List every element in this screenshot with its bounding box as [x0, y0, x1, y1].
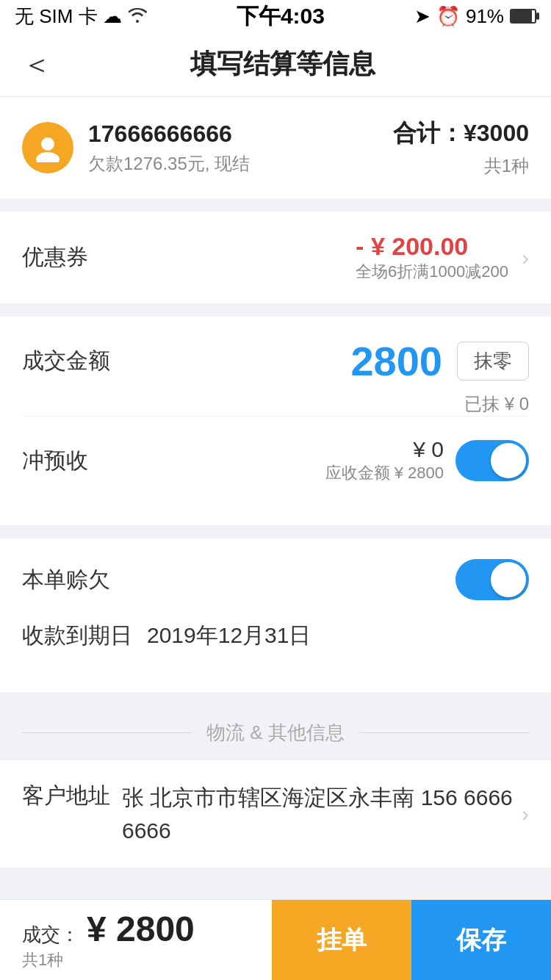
coupon-right: - ¥ 200.00 全场6折满1000减200 ›: [356, 232, 529, 283]
customer-sub: 欠款1276.35元, 现结: [88, 152, 393, 176]
credit-row: 本单赊欠: [22, 559, 529, 600]
customer-total: 合计：¥3000 共1种: [393, 118, 529, 178]
customer-phone: 17666666666: [88, 120, 393, 148]
page-title: 填写结算等信息: [66, 46, 500, 82]
customer-row: 17666666666 欠款1276.35元, 现结 合计：¥3000 共1种: [22, 97, 529, 198]
bottom-amount-row: 成交： ¥ 2800: [22, 909, 250, 949]
back-button[interactable]: ＜: [22, 44, 51, 84]
status-time: 下午4:03: [237, 1, 325, 32]
deal-amount-sub: 已抹 ¥ 0: [22, 392, 529, 416]
prepaid-right: ¥ 0 应收金额 ¥ 2800: [325, 437, 529, 484]
deal-amount-value: 2800: [350, 337, 442, 385]
bottom-amount: ¥ 2800: [87, 909, 195, 949]
customer-info: 17666666666 欠款1276.35元, 现结: [88, 120, 393, 176]
coupon-amount: - ¥ 200.00: [356, 232, 508, 261]
battery-text: 91%: [466, 5, 504, 28]
credit-label: 本单赊欠: [22, 565, 110, 595]
credit-toggle[interactable]: [455, 559, 529, 600]
svg-point-1: [36, 152, 60, 162]
divider-section: 物流 & 其他信息: [0, 705, 551, 760]
wifi-icon: [128, 5, 147, 28]
due-date-value: 2019年12月31日: [147, 621, 311, 651]
avatar: [22, 122, 73, 173]
address-row[interactable]: 客户地址 张 北京市市辖区海淀区永丰南 156 6666 6666 ›: [22, 781, 529, 847]
deal-amount-row: 成交金额 2800 抹零: [22, 337, 529, 385]
prepaid-row: 冲预收 ¥ 0 应收金额 ¥ 2800: [22, 416, 529, 505]
customer-section: 17666666666 欠款1276.35元, 现结 合计：¥3000 共1种: [0, 97, 551, 198]
coupon-desc: 全场6折满1000减200: [356, 261, 508, 283]
address-value: 张 北京市市辖区海淀区永丰南 156 6666 6666: [122, 781, 516, 847]
credit-section: 本单赊欠 收款到期日 2019年12月31日: [0, 538, 551, 692]
prepaid-toggle[interactable]: [455, 440, 529, 481]
total-count: 共1种: [393, 154, 529, 178]
due-date-label: 收款到期日: [22, 621, 132, 651]
bottom-bar: 成交： ¥ 2800 共1种 挂单 保存: [0, 899, 551, 980]
bottom-info: 成交： ¥ 2800 共1种: [0, 900, 272, 980]
due-date-row: 收款到期日 2019年12月31日: [22, 600, 529, 671]
hang-button[interactable]: 挂单: [272, 900, 411, 980]
address-chevron-icon: ›: [522, 801, 529, 826]
coupon-section: 优惠券 - ¥ 200.00 全场6折满1000减200 ›: [0, 212, 551, 303]
divider-text: 物流 & 其他信息: [192, 720, 359, 746]
address-section: 客户地址 张 北京市市辖区海淀区永丰南 156 6666 6666 ›: [0, 760, 551, 868]
coupon-chevron-icon: ›: [522, 245, 529, 270]
bottom-count: 共1种: [22, 949, 250, 971]
deal-amount-right: 2800 抹零: [350, 337, 529, 385]
deal-section: 成交金额 2800 抹零 已抹 ¥ 0 冲预收 ¥ 0 应收金额 ¥ 2800: [0, 317, 551, 525]
address-label: 客户地址: [22, 781, 110, 811]
nav-bar: ＜ 填写结算等信息: [0, 32, 551, 97]
alarm-icon: ⏰: [436, 5, 460, 28]
location-icon: ➤: [414, 5, 431, 28]
bottom-prefix: 成交：: [22, 922, 79, 948]
prepaid-sub: 应收金额 ¥ 2800: [325, 462, 444, 484]
total-value: ¥3000: [464, 120, 529, 146]
status-bar: 无 SIM 卡 ☁ 下午4:03 ➤ ⏰ 91%: [0, 0, 551, 32]
round-button[interactable]: 抹零: [457, 342, 529, 381]
save-button[interactable]: 保存: [411, 900, 551, 980]
status-left: 无 SIM 卡 ☁: [15, 4, 147, 29]
coupon-label: 优惠券: [22, 242, 88, 273]
sim-text: 无 SIM 卡 ☁: [15, 4, 122, 29]
battery-icon: [510, 9, 536, 24]
divider-right: [359, 732, 529, 733]
prepaid-label-wrap: 冲预收: [22, 446, 88, 476]
divider-left: [22, 732, 192, 733]
svg-point-0: [41, 137, 54, 151]
coupon-row[interactable]: 优惠券 - ¥ 200.00 全场6折满1000减200 ›: [22, 212, 529, 303]
total-label: 合计：: [393, 120, 464, 146]
prepaid-label: 冲预收: [22, 446, 88, 476]
status-right: ➤ ⏰ 91%: [414, 5, 536, 28]
total-amount: 合计：¥3000: [393, 118, 529, 150]
prepaid-value: ¥ 0: [325, 437, 444, 462]
deal-amount-label: 成交金额: [22, 346, 110, 376]
